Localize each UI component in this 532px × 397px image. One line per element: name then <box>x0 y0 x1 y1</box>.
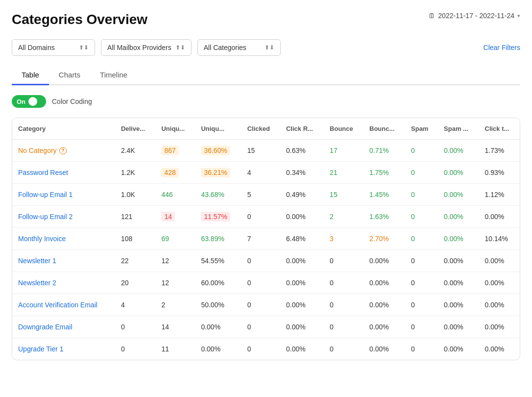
cell-click-to: 0.00% <box>479 338 520 360</box>
cell-bounce-rate: 0.00% <box>363 294 405 316</box>
cell-delivered: 20 <box>115 272 156 294</box>
category-link[interactable]: Follow-up Email 2 <box>18 213 73 221</box>
cell-bounce-rate: 1.63% <box>363 206 405 228</box>
cell-unique2: 60.00% <box>195 272 241 294</box>
tab-timeline[interactable]: Timeline <box>90 66 137 85</box>
table-row: Follow-up Email 11.0K44643.68%50.49%151.… <box>12 184 520 206</box>
cell-click-rate: 0.49% <box>280 184 324 206</box>
cell-click-to: 0.93% <box>479 162 520 184</box>
table-row: Monthly Invoice1086963.89%76.48%32.70%00… <box>12 228 520 250</box>
cell-unique2: 63.89% <box>195 228 241 250</box>
cell-delivered: 1.2K <box>115 162 156 184</box>
cell-clicked: 0 <box>242 250 280 272</box>
cell-spam-rate: 0.00% <box>438 294 479 316</box>
category-link[interactable]: Monthly Invoice <box>18 235 66 243</box>
color-coding-toggle[interactable]: On <box>12 95 46 108</box>
cell-spam-rate: 0.00% <box>438 206 479 228</box>
cell-click-rate: 0.63% <box>280 140 324 162</box>
cell-click-rate: 6.48% <box>280 228 324 250</box>
calendar-icon: 🗓 <box>429 12 435 20</box>
category-link[interactable]: Newsletter 1 <box>18 257 56 265</box>
cell-unique1: 12 <box>155 272 195 294</box>
category-link[interactable]: Password Reset <box>18 169 68 176</box>
clear-filters-button[interactable]: Clear Filters <box>484 44 520 51</box>
cell-spam-rate: 0.00% <box>438 162 479 184</box>
cell-spam-rate: 0.00% <box>438 140 479 162</box>
cell-click-rate: 0.34% <box>280 162 324 184</box>
cell-bounce-rate: 2.70% <box>363 228 405 250</box>
cell-unique1: 14 <box>155 206 195 228</box>
cell-bounce: 0 <box>324 294 363 316</box>
category-link[interactable]: Upgrade Tier 1 <box>18 345 64 353</box>
category-link[interactable]: Downgrade Email <box>18 323 73 331</box>
cell-unique2: 36.60% <box>195 140 241 162</box>
col-category: Category <box>12 118 115 140</box>
category-link[interactable]: Follow-up Email 1 <box>18 191 73 198</box>
domains-filter-label: All Domains <box>18 44 55 51</box>
cell-spam-rate: 0.00% <box>438 228 479 250</box>
cell-clicked: 0 <box>242 272 280 294</box>
col-delivered: Delive... <box>115 118 156 140</box>
cell-spam-rate: 0.00% <box>438 338 479 360</box>
date-range-value: 2022-11-17 - 2022-11-24 <box>438 12 514 20</box>
cell-bounce-rate: 1.45% <box>363 184 405 206</box>
cell-bounce: 3 <box>324 228 363 250</box>
color-coding-row: On Color Coding <box>12 95 520 108</box>
cell-clicked: 0 <box>242 338 280 360</box>
category-link[interactable]: Account Verification Email <box>18 301 97 309</box>
col-spam: Spam <box>405 118 438 140</box>
categories-filter-arrow: ⬆⬇ <box>265 44 274 51</box>
cell-bounce-rate: 0.00% <box>363 338 405 360</box>
col-click-to: Click t... <box>479 118 520 140</box>
cell-delivered: 121 <box>115 206 156 228</box>
cell-click-to: 1.12% <box>479 184 520 206</box>
col-unique1: Uniqu... <box>155 118 195 140</box>
cell-unique2: 0.00% <box>195 316 241 338</box>
tab-table[interactable]: Table <box>12 66 49 85</box>
cell-click-rate: 0.00% <box>280 316 324 338</box>
cell-unique2: 50.00% <box>195 294 241 316</box>
cell-clicked: 0 <box>242 294 280 316</box>
col-click-rate: Click R... <box>280 118 324 140</box>
cell-spam: 0 <box>405 272 438 294</box>
col-unique2: Uniqu... <box>195 118 241 140</box>
no-category-link[interactable]: No Category ? <box>18 147 109 154</box>
category-link[interactable]: Newsletter 2 <box>18 279 56 287</box>
table-row: Newsletter 1221254.55%00.00%00.00%00.00%… <box>12 250 520 272</box>
categories-filter-label: All Categories <box>204 44 246 51</box>
table-row: No Category ?2.4K86736.60%150.63%170.71%… <box>12 140 520 162</box>
cell-unique1: 14 <box>155 316 195 338</box>
cell-bounce: 0 <box>324 250 363 272</box>
cell-delivered: 0 <box>115 316 156 338</box>
cell-click-to: 0.00% <box>479 272 520 294</box>
cell-bounce-rate: 0.71% <box>363 140 405 162</box>
cell-unique2: 0.00% <box>195 338 241 360</box>
mailbox-filter[interactable]: All Mailbox Providers ⬆⬇ <box>101 39 192 56</box>
date-range-selector[interactable]: 🗓 2022-11-17 - 2022-11-24 ▾ <box>429 12 520 20</box>
cell-spam-rate: 0.00% <box>438 272 479 294</box>
cell-clicked: 0 <box>242 206 280 228</box>
cell-spam: 0 <box>405 294 438 316</box>
cell-delivered: 1.0K <box>115 184 156 206</box>
cell-spam: 0 <box>405 184 438 206</box>
cell-delivered: 22 <box>115 250 156 272</box>
domains-filter[interactable]: All Domains ⬆⬇ <box>12 39 95 56</box>
cell-spam-rate: 0.00% <box>438 250 479 272</box>
cell-spam: 0 <box>405 206 438 228</box>
cell-bounce: 0 <box>324 316 363 338</box>
color-coding-label: Color Coding <box>52 98 92 105</box>
cell-spam: 0 <box>405 140 438 162</box>
cell-unique1: 428 <box>155 162 195 184</box>
table-header-row: Category Delive... Uniqu... Uniqu... Cli… <box>12 118 520 140</box>
table-row: Account Verification Email4250.00%00.00%… <box>12 294 520 316</box>
tab-charts[interactable]: Charts <box>49 66 90 85</box>
col-spam-rate: Spam ... <box>438 118 479 140</box>
cell-delivered: 4 <box>115 294 156 316</box>
categories-filter[interactable]: All Categories ⬆⬇ <box>197 39 281 56</box>
cell-clicked: 15 <box>242 140 280 162</box>
cell-clicked: 4 <box>242 162 280 184</box>
cell-bounce: 0 <box>324 272 363 294</box>
cell-click-to: 0.00% <box>479 250 520 272</box>
cell-click-rate: 0.00% <box>280 250 324 272</box>
cell-bounce: 21 <box>324 162 363 184</box>
